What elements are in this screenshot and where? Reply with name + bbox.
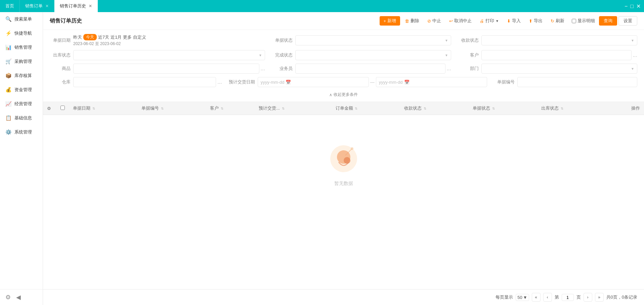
- department-select[interactable]: ▼: [481, 64, 637, 74]
- expected-date-to-input[interactable]: yyyy-mm-dd 📅: [376, 77, 487, 87]
- print-button[interactable]: 🖨 打印 ▼: [476, 16, 502, 26]
- th-order-no[interactable]: 单据编号 ⇅: [137, 102, 206, 115]
- th-payment-status-label: 收款状态: [404, 106, 422, 111]
- th-date[interactable]: 单据日期 ⇅: [69, 102, 137, 115]
- th-settings[interactable]: ⚙: [43, 102, 56, 115]
- order-no-input[interactable]: [517, 77, 637, 87]
- new-button[interactable]: + 新增: [380, 16, 400, 26]
- tab-sales-history[interactable]: 销售订单历史 ✕: [54, 0, 98, 12]
- sidebar-item-purchase[interactable]: 🛒 采购管理: [0, 54, 43, 69]
- sidebar-bottom: ⚙ ◀: [0, 289, 43, 305]
- display-cols-input[interactable]: [572, 19, 576, 23]
- table-header-row: ⚙ 单据日期 ⇅ 单据编号 ⇅: [43, 102, 644, 115]
- warehouse-input[interactable]: [73, 77, 216, 87]
- refresh-button[interactable]: ↻ 刷新: [547, 16, 568, 26]
- sidebar-item-quicknav[interactable]: ⚡ 快捷导航: [0, 26, 43, 40]
- sidebar-item-search[interactable]: 🔍 搜索菜单: [0, 12, 43, 26]
- order-status-select[interactable]: ▼: [295, 35, 451, 45]
- sidebar-item-operations[interactable]: 📈 经营管理: [0, 97, 43, 111]
- collapse-filters-button[interactable]: ∧ 收起更多条件: [50, 90, 637, 98]
- date-opt-custom[interactable]: 自定义: [133, 34, 146, 40]
- sidebar-item-finance[interactable]: 💰 资金管理: [0, 83, 43, 97]
- page-size-select[interactable]: 50 ▼: [516, 294, 529, 301]
- sort-order-amount-icon[interactable]: ⇅: [355, 107, 357, 110]
- content-area: 销售订单历史 + 新增 🗑 删除 ⊘ 中止 ↩ 取消中止: [43, 12, 644, 305]
- sort-order-no-icon[interactable]: ⇅: [161, 107, 164, 110]
- th-order-amount-label: 订单金额: [336, 106, 353, 111]
- customer-label: 客户: [458, 52, 481, 58]
- th-delivery-status[interactable]: 出库状态 ⇅: [537, 102, 606, 115]
- sort-customer-icon[interactable]: ⇅: [221, 107, 223, 110]
- date-opt-1month[interactable]: 近1月: [111, 34, 122, 40]
- tab-home[interactable]: 首页: [0, 0, 20, 12]
- sort-payment-status-icon[interactable]: ⇅: [424, 107, 426, 110]
- sort-date-icon[interactable]: ⇅: [92, 107, 95, 110]
- sort-delivery-status-icon[interactable]: ⇅: [561, 107, 563, 110]
- filter-row-1: 单据日期 昨天 今天 近7天 近1月 更多 自定义 2023-06-02 至 2…: [50, 34, 637, 47]
- th-customer[interactable]: 客户 ⇅: [206, 102, 255, 115]
- table-settings-icon[interactable]: ⚙: [47, 106, 51, 111]
- search-icon: 🔍: [5, 16, 12, 22]
- export-button[interactable]: ⬆ 导出: [525, 16, 546, 26]
- customer-more-icon[interactable]: ...: [633, 52, 637, 58]
- page-number-input[interactable]: [562, 294, 574, 301]
- goods-input[interactable]: [73, 64, 259, 74]
- stop-button[interactable]: ⊘ 中止: [424, 16, 444, 26]
- tab-sales-order[interactable]: 销售订单 ✕: [20, 0, 54, 12]
- filter-area: 单据日期 昨天 今天 近7天 近1月 更多 自定义 2023-06-02 至 2…: [43, 30, 644, 102]
- filter-complete-status: 完成状态 ▼: [272, 50, 451, 60]
- th-order-amount[interactable]: 订单金额 ⇅: [332, 102, 400, 115]
- settings-button[interactable]: 设置: [618, 16, 637, 26]
- expected-date-from-input[interactable]: yyyy-mm-dd 📅: [258, 77, 369, 87]
- sidebar-item-inventory[interactable]: 📦 库存核算: [0, 69, 43, 83]
- maximize-btn[interactable]: □: [630, 3, 634, 9]
- sidebar-item-basic-info[interactable]: 📋 基础信息: [0, 111, 43, 125]
- sidebar-item-system[interactable]: ⚙️ 系统管理: [0, 125, 43, 139]
- tab-sales-history-close[interactable]: ✕: [89, 4, 92, 8]
- delete-button[interactable]: 🗑 删除: [401, 16, 423, 26]
- th-checkbox[interactable]: [56, 102, 69, 115]
- sort-order-status-icon[interactable]: ⇅: [492, 107, 495, 110]
- inventory-icon: 📦: [5, 73, 12, 79]
- query-button[interactable]: 查询: [599, 16, 617, 26]
- date-opt-7days[interactable]: 近7天: [98, 34, 109, 40]
- sidebar-settings-icon[interactable]: ⚙: [5, 294, 11, 301]
- select-all-checkbox[interactable]: [60, 106, 65, 110]
- refresh-button-label: 刷新: [556, 18, 564, 24]
- export-icon: ⬆: [529, 18, 532, 24]
- sidebar-collapse-icon[interactable]: ◀: [16, 294, 21, 301]
- th-order-status[interactable]: 单据状态 ⇅: [469, 102, 537, 115]
- salesperson-more-icon[interactable]: ...: [447, 66, 451, 72]
- print-icon: 🖨: [480, 18, 484, 24]
- total-records-text: 共0页，0条记录: [606, 294, 637, 300]
- minimize-btn[interactable]: −: [625, 3, 628, 9]
- empty-illustration: [327, 142, 360, 177]
- prev-page-button[interactable]: ‹: [543, 293, 552, 302]
- goods-more-icon[interactable]: ...: [261, 66, 265, 72]
- customer-input[interactable]: [481, 50, 632, 60]
- warehouse-more-icon[interactable]: ...: [217, 79, 222, 85]
- th-payment-status[interactable]: 收款状态 ⇅: [400, 102, 469, 115]
- date-opt-yesterday[interactable]: 昨天: [73, 34, 82, 40]
- first-page-button[interactable]: «: [532, 293, 541, 302]
- cancel-stop-icon: ↩: [449, 18, 453, 24]
- date-opt-today[interactable]: 今天: [83, 34, 97, 40]
- close-btn[interactable]: ✕: [636, 3, 641, 9]
- delete-button-label: 删除: [411, 18, 419, 24]
- sidebar-item-sales[interactable]: 📊 销售管理: [0, 40, 43, 54]
- display-cols-checkbox[interactable]: 显示明细: [572, 18, 595, 24]
- last-page-button[interactable]: »: [595, 293, 604, 302]
- salesperson-input[interactable]: [295, 64, 445, 74]
- tab-sales-order-close[interactable]: ✕: [45, 4, 49, 8]
- cancel-stop-button[interactable]: ↩ 取消中止: [446, 16, 475, 26]
- import-button[interactable]: ⬇ 导入: [504, 16, 524, 26]
- th-expected-delivery[interactable]: 预计交货... ⇅: [255, 102, 332, 115]
- delivery-status-select[interactable]: ▼: [73, 50, 265, 60]
- sort-expected-delivery-icon[interactable]: ⇅: [282, 107, 285, 110]
- date-opt-more[interactable]: 更多: [123, 34, 132, 40]
- next-page-button[interactable]: ›: [584, 293, 592, 302]
- page-title: 销售订单历史: [50, 17, 82, 29]
- filter-date: 单据日期 昨天 今天 近7天 近1月 更多 自定义 2023-06-02 至 2…: [50, 34, 265, 47]
- payment-status-select[interactable]: ▼: [481, 35, 637, 45]
- complete-status-select[interactable]: ▼: [295, 50, 451, 60]
